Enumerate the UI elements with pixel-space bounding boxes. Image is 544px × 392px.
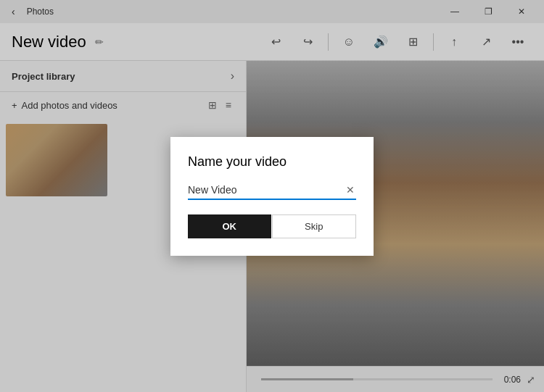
dialog-title: Name your video xyxy=(188,154,356,170)
dialog-overlay: Name your video ✕ OK Skip xyxy=(0,0,544,392)
video-name-input[interactable] xyxy=(188,181,345,199)
name-dialog: Name your video ✕ OK Skip xyxy=(170,137,374,256)
skip-button[interactable]: Skip xyxy=(272,214,357,238)
clear-input-button[interactable]: ✕ xyxy=(345,183,356,197)
ok-button[interactable]: OK xyxy=(188,214,271,238)
dialog-buttons: OK Skip xyxy=(188,214,356,238)
dialog-input-row: ✕ xyxy=(188,181,356,200)
